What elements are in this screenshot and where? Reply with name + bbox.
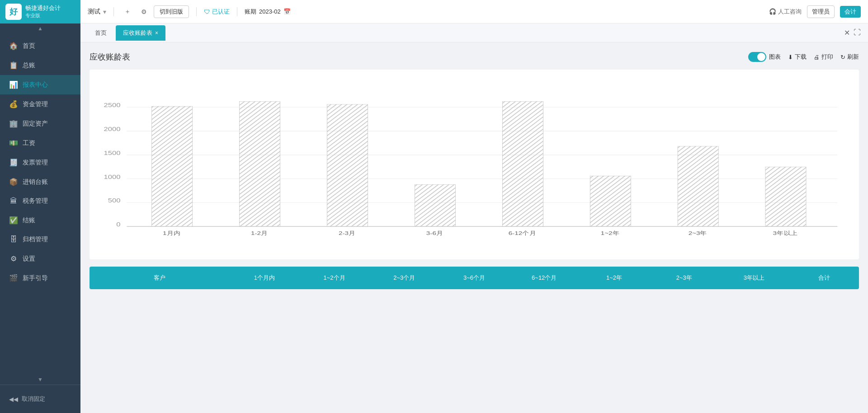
svg-text:2~3年: 2~3年 [689,230,708,236]
sidebar-item-settings[interactable]: ⚙ 设置 [0,249,80,268]
archive-icon: 🗄 [9,235,18,244]
svg-rect-15 [240,102,280,227]
logo-icon: 好 [5,4,22,20]
down-arrow-icon: ▼ [38,376,43,383]
certified-text: 已认证 [212,8,230,16]
svg-text:6-12个月: 6-12个月 [509,230,537,236]
role-button[interactable]: 会计 [840,6,861,18]
funds-icon: 💰 [9,100,18,108]
calendar-icon[interactable]: 📅 [283,8,291,15]
sidebar-item-ledger[interactable]: 📋 总账 [0,56,80,75]
chart-toggle-label: 图表 [769,53,781,61]
close-window-icon[interactable]: ✕ [844,28,850,37]
logo-text-wrap: 畅捷通好会计 专业版 [25,5,61,19]
sidebar-item-settlement[interactable]: ✅ 结账 [0,211,80,230]
svg-text:1月内: 1月内 [163,230,181,236]
tab-close-icon[interactable]: × [155,30,158,36]
svg-text:3-6月: 3-6月 [426,230,443,236]
sidebar-item-funds[interactable]: 💰 资金管理 [0,94,80,114]
home-icon: 🏠 [9,42,18,50]
sidebar-label-purchase-sale: 进销台账 [23,178,48,186]
refresh-button[interactable]: ↻ 刷新 [840,53,859,61]
tabbar: 首页 应收账龄表 × ✕ ⛶ [80,23,868,42]
chart-toggle[interactable] [748,52,766,62]
table-header: 客户 1个月内 1~2个月 2~3个月 3~6个月 6~12个月 1~2年 2~… [90,267,859,289]
support-button[interactable]: 🎧 人工咨询 [769,8,802,16]
sidebar-label-home: 首页 [23,42,35,50]
download-icon: ⬇ [788,54,793,61]
download-label: 下载 [795,53,807,61]
sidebar-label-reports: 报表中心 [23,81,48,89]
tax-icon: 🏛 [9,197,18,205]
print-icon: 🖨 [814,54,820,61]
col-header-1m: 1个月内 [229,267,299,289]
sidebar-label-ledger: 总账 [23,61,35,70]
tab-home[interactable]: 首页 [88,25,114,41]
sidebar-item-assets[interactable]: 🏢 固定资产 [0,114,80,133]
svg-rect-13 [152,106,193,226]
svg-rect-21 [502,102,543,227]
col-header-2-3y: 2~3年 [649,267,719,289]
sidebar-item-reports[interactable]: 📊 报表中心 [0,75,80,94]
scroll-down[interactable]: ▼ [0,375,80,385]
svg-text:2000: 2000 [104,126,121,132]
topbar-right: 🎧 人工咨询 管理员 会计 [769,5,861,18]
project-selector[interactable]: 测试 ▾ [88,8,106,16]
divider-2 [196,7,197,16]
svg-text:1~2年: 1~2年 [601,230,620,236]
download-button[interactable]: ⬇ 下载 [788,53,807,61]
app-edition: 专业版 [25,12,61,19]
col-header-6-12m: 6~12个月 [509,267,579,289]
col-header-2-3m: 2~3个月 [369,267,439,289]
logo-area: 好 畅捷通好会计 专业版 [0,0,80,23]
page-container: 应收账龄表 图表 ⬇ 下载 🖨 打印 ↻ [80,42,868,298]
svg-text:1-2月: 1-2月 [251,230,268,236]
tab-receivable-aging[interactable]: 应收账龄表 × [116,25,165,41]
topbar: 测试 ▾ ＋ ⚙ 切到旧版 🛡 已认证 账期 2023-02 📅 🎧 人工咨询 … [80,0,868,23]
svg-text:3年以上: 3年以上 [773,230,798,236]
scroll-up[interactable]: ▲ [0,23,80,33]
expand-icon[interactable]: ⛶ [854,28,861,37]
col-header-customer: 客户 [90,267,229,289]
sidebar: 好 畅捷通好会计 专业版 ▲ 🏠 首页 📋 总账 📊 报表中心 💰 资金管理 🏢… [0,0,80,413]
switch-version-button[interactable]: 切到旧版 [154,5,189,18]
bar-chart: 0 500 1000 1500 2000 2500 [99,79,850,250]
topbar-actions: ＋ ⚙ 切到旧版 [121,5,189,18]
payroll-icon: 💵 [9,139,18,147]
add-button[interactable]: ＋ [121,5,134,18]
col-header-3-6m: 3~6个月 [439,267,509,289]
invoice-icon: 🧾 [9,158,18,167]
svg-text:2-3月: 2-3月 [339,230,356,236]
unpin-button[interactable]: ◀◀ 取消固定 [0,390,80,408]
svg-text:1000: 1000 [104,174,121,180]
sidebar-item-guide[interactable]: 🎬 新手引导 [0,268,80,288]
user-button[interactable]: 管理员 [807,5,835,18]
print-label: 打印 [821,53,833,61]
print-button[interactable]: 🖨 打印 [814,53,833,61]
sidebar-label-settings: 设置 [23,255,35,263]
sidebar-label-guide: 新手引导 [23,274,48,282]
sidebar-item-archive[interactable]: 🗄 归档管理 [0,230,80,249]
sidebar-item-payroll[interactable]: 💵 工资 [0,133,80,153]
sidebar-item-tax[interactable]: 🏛 税务管理 [0,192,80,211]
support-label: 人工咨询 [778,8,802,16]
sidebar-nav: 🏠 首页 📋 总账 📊 报表中心 💰 资金管理 🏢 固定资产 💵 工资 🧾 发票… [0,33,80,375]
sidebar-item-purchase-sale[interactable]: 📦 进销台账 [0,172,80,192]
col-header-3y-plus: 3年以上 [719,267,789,289]
svg-rect-23 [590,176,631,226]
sidebar-label-assets: 固定资产 [23,120,48,128]
sidebar-label-funds: 资金管理 [23,100,48,108]
divider-1 [113,7,114,16]
guide-icon: 🎬 [9,274,18,282]
chart-card: 0 500 1000 1500 2000 2500 [90,70,859,259]
sidebar-label-settlement: 结账 [23,216,35,225]
svg-text:1500: 1500 [104,150,121,156]
chart-toggle-wrap: 图表 [748,52,781,62]
tabbar-right: ✕ ⛶ [844,28,861,37]
sidebar-item-home[interactable]: 🏠 首页 [0,36,80,56]
settings-gear-button[interactable]: ⚙ [137,5,150,18]
page-title: 应收账龄表 [90,52,130,62]
page-header: 应收账龄表 图表 ⬇ 下载 🖨 打印 ↻ [90,52,859,62]
settlement-icon: ✅ [9,216,18,225]
sidebar-item-invoice[interactable]: 🧾 发票管理 [0,153,80,172]
